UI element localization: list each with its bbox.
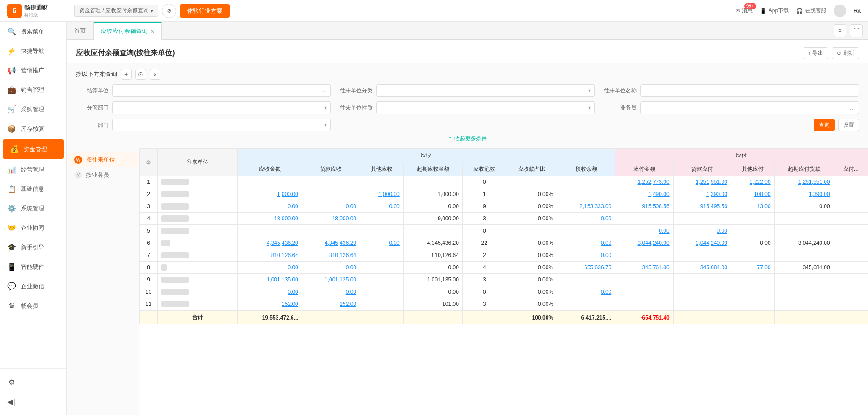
collapse-more-btn[interactable]: ⌃ 收起更多条件 <box>76 135 859 143</box>
user-avatar[interactable] <box>834 5 846 17</box>
header-breadcrumb[interactable]: 资金管理 / 应收应付余额查询 ▾ <box>74 5 158 17</box>
table-row: 11 152.00 152.00 101.00 3 0.00% <box>140 298 868 311</box>
filter-label-dept: 分管部门 <box>76 104 108 112</box>
app-download-item[interactable]: 📱 App下载 <box>760 7 789 14</box>
filter-input-dept[interactable]: ▾ <box>112 101 331 114</box>
header-right: ✉ 消息 99+ 📱 App下载 🎧 在线客服 Rit <box>736 5 861 17</box>
filter-item-subdept: 部门 ▾ <box>76 119 331 131</box>
filter-scheme-label: 按以下方案查询 <box>76 70 117 78</box>
sidebar-item-operations[interactable]: 📊 经营管理 <box>0 160 66 179</box>
sidebar-item-finance[interactable]: 💰 资金管理 <box>3 139 64 159</box>
row-name <box>158 176 238 188</box>
col-loan-payable: 贷款应付 <box>673 162 731 176</box>
table-footer-row: 合计 19,553,472,6... 100.00% 6,417,215....… <box>140 310 868 324</box>
tab-action-close-all[interactable]: ✕ <box>834 24 846 37</box>
chevron-subdept-icon: ▾ <box>324 122 327 128</box>
filter-input-category[interactable]: ▾ <box>376 84 595 97</box>
filter-item-dept: 分管部门 ▾ <box>76 101 331 114</box>
col-advance: 预收余额 <box>557 162 615 176</box>
filter-input-salesman[interactable]: … <box>640 101 859 114</box>
refresh-button[interactable]: ↺ 刷新 <box>832 47 859 59</box>
sidebar-item-vip[interactable]: ♛ 畅会员 <box>0 296 66 315</box>
sidebar-item-inventory[interactable]: 📦 库存核算 <box>0 119 66 138</box>
sidebar-item-guide[interactable]: 🎓 新手引导 <box>0 238 66 257</box>
online-service-item[interactable]: 🎧 在线客服 <box>796 7 826 14</box>
sidebar-item-hardware[interactable]: 📱 智能硬件 <box>0 257 66 277</box>
sidebar-item-marketing[interactable]: 📢 营销推广 <box>0 61 66 80</box>
sidebar-item-search[interactable]: 🔍 搜索菜单 <box>0 22 66 41</box>
sidebar-item-quicknav[interactable]: ⚡ 快捷导航 <box>0 41 66 61</box>
col-payable-extra: 应付... <box>834 162 868 176</box>
sidebar-item-collab[interactable]: 🤝 企业协同 <box>0 218 66 238</box>
query-label-salesman: 按业务员 <box>86 171 109 179</box>
table-row: 8 0.00 0.00 0.00 4 0.00% 655,636.75 345,… <box>140 262 868 274</box>
phone-icon: 📱 <box>760 8 767 14</box>
query-option-salesman[interactable]: Y 按业务员 <box>67 167 139 183</box>
query-label-unit: 按往来单位 <box>86 156 115 164</box>
filter-input-name[interactable] <box>640 84 859 97</box>
filter-back-btn[interactable]: « <box>150 69 160 80</box>
table-row: 9 1,001,135.00 1,001,135.00 1,001,135.00… <box>140 274 868 286</box>
operations-icon: 📊 <box>7 165 16 174</box>
col-other-receivable: 其他应收 <box>360 162 404 176</box>
tab-close-icon[interactable]: × <box>151 22 154 40</box>
filter-item-settlement: 结算单位 … <box>76 84 331 97</box>
tab-active-label: 应收应付余额查询 <box>101 22 148 40</box>
settings-button[interactable]: 设置 <box>838 119 859 131</box>
filter-input-nature[interactable]: ▾ <box>376 101 595 114</box>
filter-rows: 结算单位 … 往来单位分类 ▾ 往来单位名称 <box>76 84 859 131</box>
table-row: 4 18,000.00 18,000.00 9,000.00 3 0.00% 0… <box>140 213 868 225</box>
quicknav-icon: ⚡ <box>7 47 16 55</box>
sidebar-item-basic-info[interactable]: 📋 基础信息 <box>0 179 66 199</box>
col-group-receivable: 应收 <box>237 149 615 162</box>
filter-settings-btn[interactable]: ⊙ <box>135 69 146 80</box>
table-wrapper: ⚙ 往来单位 应收 应付 应收金额 贷款应收 其他应收 超期应收金额 应收笔数 … <box>139 148 868 415</box>
row-no: 1 <box>140 176 158 188</box>
sidebar-label-basic-info: 基础信息 <box>21 185 44 193</box>
chevron-nature-icon: ▾ <box>588 105 591 111</box>
tab-home[interactable]: 首页 <box>67 22 94 40</box>
col-counterparty: 往来单位 <box>158 149 238 176</box>
inventory-icon: 📦 <box>7 124 16 133</box>
header-settings-icon[interactable]: ⚙ <box>162 4 176 18</box>
sidebar-label-collab: 企业协同 <box>21 224 44 232</box>
query-option-unit[interactable]: W 按往来单位 <box>67 152 139 167</box>
chevron-category-icon: ▾ <box>588 87 591 94</box>
wechat-icon: 💬 <box>7 282 16 291</box>
sidebar-item-system[interactable]: ⚙️ 系统管理 <box>0 199 66 218</box>
sidebar-label-vip: 畅会员 <box>21 302 38 310</box>
sidebar-item-purchase[interactable]: 🛒 采购管理 <box>0 100 66 119</box>
table-row: 5 0 0.00 0.00 <box>140 225 868 237</box>
messages-item[interactable]: ✉ 消息 99+ <box>736 7 753 14</box>
sidebar-label-operations: 经营管理 <box>21 166 44 174</box>
search-icon: 🔍 <box>7 27 16 36</box>
filter-row1: 按以下方案查询 + ⊙ « <box>76 69 859 80</box>
sidebar-item-sales[interactable]: 💼 销售管理 <box>0 80 66 100</box>
col-receivable-amount: 应收金额 <box>237 162 302 176</box>
chevron-dept-icon: ▾ <box>324 105 327 111</box>
sidebar-label-wechat: 企业微信 <box>21 282 44 291</box>
col-count: 应收笔数 <box>462 162 506 176</box>
sidebar-label-guide: 新手引导 <box>21 243 44 252</box>
tab-active[interactable]: 应收应付余额查询 × <box>94 22 162 40</box>
tab-action-maximize[interactable]: ⛶ <box>850 24 863 37</box>
col-settings[interactable]: ⚙ <box>140 149 158 176</box>
col-group-payable: 应付 <box>615 149 868 162</box>
collapse-icon: ◀‖ <box>7 397 16 406</box>
filter-input-settlement[interactable]: … <box>112 84 331 97</box>
filter-label-subdept: 部门 <box>76 121 108 129</box>
filter-label-nature: 往来单位性质 <box>340 104 373 112</box>
sidebar-item-wechat[interactable]: 💬 企业微信 <box>0 277 66 296</box>
trial-button[interactable]: 体验行业方案 <box>180 4 230 18</box>
query-button[interactable]: 查询 <box>814 119 835 131</box>
hardware-icon: 📱 <box>7 262 16 271</box>
footer-advance-total: 6,417,215.... <box>557 310 615 324</box>
sidebar-item-settings-bottom[interactable]: ⚙ <box>0 372 66 392</box>
filter-input-subdept[interactable]: ▾ <box>112 119 331 131</box>
filter-add-btn[interactable]: + <box>121 69 132 80</box>
gear-icon: ⚙ <box>7 378 16 386</box>
chevron-up-icon: ⌃ <box>448 136 453 142</box>
sidebar-item-collapse[interactable]: ◀‖ <box>0 392 66 411</box>
user-name: Rit <box>854 7 861 14</box>
export-button[interactable]: ↑ 导出 <box>803 47 828 59</box>
